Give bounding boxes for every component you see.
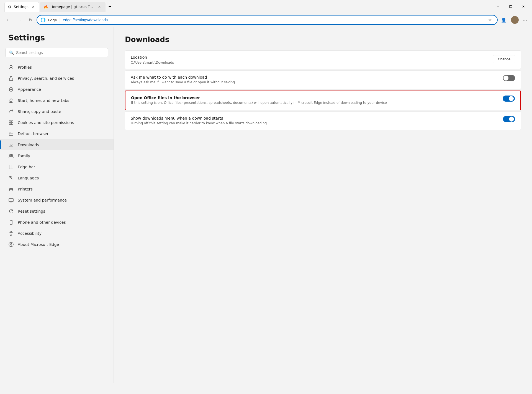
- profile-button[interactable]: [510, 15, 520, 25]
- svg-point-9: [10, 132, 10, 133]
- sidebar-item-default-browser[interactable]: Default browser: [0, 128, 114, 139]
- address-actions: ☆: [486, 16, 494, 24]
- window-controls: − ⧠ ✕: [492, 2, 530, 11]
- content-area: Downloads Location C:\Users\marti\Downlo…: [114, 27, 532, 383]
- change-button[interactable]: Change: [493, 55, 515, 63]
- share-icon: [8, 109, 14, 114]
- svg-point-19: [11, 224, 11, 224]
- svg-rect-13: [9, 165, 13, 169]
- collections-button[interactable]: 👤: [499, 15, 509, 25]
- sidebar-item-accessibility[interactable]: Accessibility: [0, 228, 114, 239]
- browser-content: Settings 🔍 Profiles: [0, 27, 532, 383]
- open-office-card: Open Office files in the browser If this…: [125, 91, 521, 110]
- address-globe-icon: 🌐: [40, 17, 46, 22]
- accessibility-label: Accessibility: [18, 231, 42, 236]
- new-tab-button[interactable]: +: [106, 3, 114, 11]
- location-path: C:\Users\marti\Downloads: [131, 61, 489, 65]
- show-downloads-toggle[interactable]: [503, 116, 515, 122]
- sidebar-item-profiles[interactable]: Profiles: [0, 62, 114, 73]
- favorites-button[interactable]: ☆: [486, 16, 494, 24]
- sidebar-item-reset[interactable]: Reset settings: [0, 206, 114, 217]
- page-title: Downloads: [125, 35, 521, 44]
- show-downloads-card: Show downloads menu when a download star…: [125, 111, 521, 130]
- navbar: ← → ↻ 🌐 Edge | ☆ 👤 ⋯: [0, 13, 532, 27]
- svg-rect-4: [9, 121, 11, 122]
- nav-items: Profiles Privacy, search, and services: [0, 62, 114, 250]
- tab-bar: ⚙ Settings ✕ 🔥 Homepage | gHacks Technol…: [2, 1, 490, 12]
- settings-tab-icon: ⚙: [8, 5, 12, 9]
- family-icon: [8, 153, 14, 159]
- sidebar-item-share[interactable]: Share, copy and paste: [0, 106, 114, 117]
- sidebar-item-cookies[interactable]: Cookies and site permissions: [0, 117, 114, 128]
- sidebar-item-appearance[interactable]: Appearance: [0, 84, 114, 95]
- ask-download-sublabel: Always ask me if I want to save a file o…: [131, 80, 498, 85]
- sidebar-item-family[interactable]: Family: [0, 150, 114, 161]
- show-downloads-row: Show downloads menu when a download star…: [131, 116, 515, 126]
- search-input[interactable]: [16, 50, 104, 55]
- back-button[interactable]: ←: [3, 15, 13, 25]
- svg-point-22: [11, 246, 11, 246]
- settings-tab-close[interactable]: ✕: [31, 4, 36, 9]
- sidebar-item-start[interactable]: Start, home, and new tabs: [0, 95, 114, 106]
- svg-point-11: [10, 154, 11, 156]
- sidebar-item-privacy[interactable]: Privacy, search, and services: [0, 73, 114, 84]
- svg-rect-6: [9, 123, 11, 125]
- address-input[interactable]: [63, 18, 484, 22]
- svg-point-3: [11, 89, 12, 90]
- svg-point-20: [11, 231, 12, 232]
- maximize-button[interactable]: ⧠: [504, 2, 517, 11]
- default-browser-icon: [8, 131, 14, 137]
- sidebar-item-printers[interactable]: Printers: [0, 184, 114, 195]
- printers-label: Printers: [18, 187, 33, 191]
- open-office-text: Open Office files in the browser If this…: [131, 96, 498, 105]
- share-label: Share, copy and paste: [18, 109, 61, 114]
- settings-more-button[interactable]: ⋯: [521, 16, 529, 24]
- tab-settings[interactable]: ⚙ Settings ✕: [4, 2, 39, 12]
- ask-download-toggle[interactable]: [503, 75, 515, 81]
- system-icon: [8, 197, 14, 203]
- sidebar-item-about[interactable]: About Microsoft Edge: [0, 239, 114, 250]
- downloads-label: Downloads: [18, 143, 39, 147]
- profiles-icon: [8, 65, 14, 70]
- open-office-sublabel: If this setting is on, Office files (pre…: [131, 101, 498, 105]
- ask-download-label: Ask me what to do with each download: [131, 75, 498, 79]
- location-card-row: Location C:\Users\marti\Downloads Change: [131, 55, 515, 65]
- sidebar-item-downloads[interactable]: Downloads: [0, 139, 114, 150]
- close-button[interactable]: ✕: [517, 2, 530, 11]
- privacy-label: Privacy, search, and services: [18, 76, 74, 81]
- sidebar-item-phone[interactable]: Phone and other devices: [0, 217, 114, 228]
- edge-bar-label: Edge bar: [18, 165, 35, 169]
- phone-icon: [8, 220, 14, 225]
- default-browser-label: Default browser: [18, 132, 49, 136]
- reload-button[interactable]: ↻: [25, 15, 35, 25]
- appearance-label: Appearance: [18, 87, 41, 92]
- forward-button[interactable]: →: [14, 15, 24, 25]
- open-office-toggle[interactable]: [503, 96, 515, 102]
- settings-tab-label: Settings: [14, 5, 29, 9]
- reset-label: Reset settings: [18, 209, 45, 213]
- cookies-label: Cookies and site permissions: [18, 120, 74, 125]
- sidebar-item-system[interactable]: System and performance: [0, 195, 114, 206]
- search-box[interactable]: 🔍: [6, 48, 108, 57]
- address-bar[interactable]: 🌐 Edge | ☆: [37, 15, 498, 25]
- cookies-icon: [8, 120, 14, 125]
- svg-rect-8: [9, 132, 13, 135]
- minimize-button[interactable]: −: [492, 2, 504, 11]
- address-site-label: Edge: [48, 18, 57, 22]
- svg-point-16: [12, 189, 13, 190]
- sidebar-item-edge-bar[interactable]: Edge bar: [0, 161, 114, 172]
- location-text: Location C:\Users\marti\Downloads: [131, 55, 489, 65]
- svg-rect-1: [9, 78, 13, 81]
- sidebar-title: Settings: [0, 33, 114, 48]
- svg-point-10: [11, 132, 11, 133]
- downloads-icon: [8, 142, 14, 148]
- ask-download-card: Ask me what to do with each download Alw…: [125, 70, 521, 89]
- ask-download-text: Ask me what to do with each download Alw…: [131, 75, 498, 85]
- homepage-tab-close[interactable]: ✕: [97, 4, 102, 9]
- sidebar-item-languages[interactable]: Languages: [0, 172, 114, 184]
- titlebar: ⚙ Settings ✕ 🔥 Homepage | gHacks Technol…: [0, 0, 532, 13]
- reset-icon: [8, 208, 14, 214]
- tab-homepage[interactable]: 🔥 Homepage | gHacks Technology ✕: [40, 2, 106, 12]
- svg-rect-5: [11, 121, 13, 122]
- show-downloads-sublabel: Turning off this setting can make it har…: [131, 121, 498, 126]
